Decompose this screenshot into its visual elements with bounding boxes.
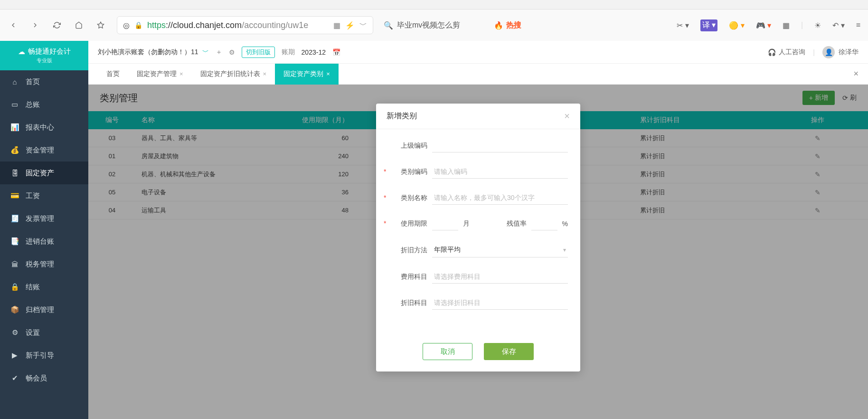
sidebar-item-label: 进销台账 xyxy=(26,237,54,246)
tab[interactable]: 固定资产管理× xyxy=(128,64,192,85)
sidebar-item-gear[interactable]: ⚙设置 xyxy=(0,321,88,344)
inout-icon: 📑 xyxy=(10,237,19,246)
close-icon[interactable]: × xyxy=(263,70,267,77)
vip-icon: ✔ xyxy=(10,374,19,382)
sidebar-item-label: 工资 xyxy=(26,191,40,200)
app-logo[interactable]: ☁ 畅捷通好会计 专业版 xyxy=(0,41,88,70)
period-unit: 月 xyxy=(463,219,470,228)
salary-icon: 💳 xyxy=(10,191,19,200)
reload-icon[interactable] xyxy=(51,19,63,31)
forward-icon[interactable] xyxy=(29,19,41,31)
sidebar-item-label: 畅会员 xyxy=(26,374,47,383)
qr-icon[interactable]: ▦ xyxy=(333,21,340,30)
gear-icon: ⚙ xyxy=(10,328,19,337)
sidebar-item-home[interactable]: ⌂首页 xyxy=(0,70,88,93)
sidebar-item-label: 税务管理 xyxy=(26,260,54,269)
apps-icon[interactable]: ▦ xyxy=(783,21,790,30)
close-icon[interactable]: × xyxy=(179,70,183,77)
chevron-down-icon: ﹀ xyxy=(202,48,209,57)
chevron-down-icon[interactable]: ﹀ xyxy=(359,20,367,30)
tab[interactable]: 首页 xyxy=(98,64,128,85)
invoice-icon: 🧾 xyxy=(10,214,19,223)
sidebar-item-label: 总账 xyxy=(26,100,40,109)
scissors-icon[interactable]: ✂ ▾ xyxy=(677,21,689,30)
user-menu[interactable]: 👤 徐泽华 xyxy=(822,46,859,58)
sidebar-item-label: 资金管理 xyxy=(26,146,54,155)
code-input[interactable] xyxy=(432,165,568,179)
sidebar-item-invoice[interactable]: 🧾发票管理 xyxy=(0,207,88,230)
chevron-down-icon: ▾ xyxy=(563,247,566,253)
tax-icon: 🏛 xyxy=(10,260,19,268)
sidebar-item-label: 报表中心 xyxy=(26,123,54,132)
sidebar-item-salary[interactable]: 💳工资 xyxy=(0,184,88,207)
main-area: 刘小艳演示账套（勿删勿动！）11 ﹀ ＋ ⚙ 切到旧版 账期 2023-12 📅… xyxy=(88,41,868,419)
plus-icon[interactable]: ＋ xyxy=(216,48,222,57)
label-dep: 折旧科目 xyxy=(388,299,427,307)
sidebar-item-guide[interactable]: ▶新手引导 xyxy=(0,344,88,367)
sidebar-item-label: 归档管理 xyxy=(26,305,54,314)
rate-input[interactable] xyxy=(531,217,557,230)
sidebar-item-ledger[interactable]: ▭总账 xyxy=(0,93,88,116)
menu-icon[interactable]: ≡ xyxy=(856,21,860,29)
tab[interactable]: 固定资产折旧统计表× xyxy=(192,64,275,85)
coin-icon[interactable]: 🟡 ▾ xyxy=(729,21,744,30)
undo-icon[interactable]: ↶ ▾ xyxy=(832,21,844,30)
page-tabs: 首页固定资产管理×固定资产折旧统计表×固定资产类别× × xyxy=(88,64,868,85)
sidebar-item-chart[interactable]: 📊报表中心 xyxy=(0,116,88,139)
sidebar-item-inout[interactable]: 📑进销台账 xyxy=(0,230,88,253)
fire-icon: 🔥 xyxy=(494,21,503,30)
home-icon[interactable] xyxy=(73,19,85,31)
search-box[interactable]: 🔍 毕业mv视频怎么剪 xyxy=(384,20,479,30)
app-topbar: 刘小艳演示账套（勿删勿动！）11 ﹀ ＋ ⚙ 切到旧版 账期 2023-12 📅… xyxy=(88,41,868,64)
cloud-icon: ☁ xyxy=(18,48,25,56)
hot-search[interactable]: 🔥 热搜 xyxy=(489,18,526,33)
dep-account-input[interactable] xyxy=(432,296,568,310)
back-icon[interactable] xyxy=(8,19,19,31)
sidebar-item-label: 结账 xyxy=(26,283,40,292)
old-version-button[interactable]: 切到旧版 xyxy=(242,47,275,58)
calendar-icon[interactable]: 📅 xyxy=(332,48,340,56)
sidebar-item-asset[interactable]: 🗄固定资产 xyxy=(0,162,88,184)
game-icon[interactable]: 🎮 ▾ xyxy=(756,21,771,30)
close-all-icon[interactable]: × xyxy=(853,69,859,79)
browser-toolbar: ◎ 🔒 https://cloud.chanjet.com/accounting… xyxy=(0,10,868,41)
translate-icon[interactable]: 译 ▾ xyxy=(700,19,717,31)
sidebar-item-label: 发票管理 xyxy=(26,214,54,223)
parent-code-input[interactable] xyxy=(432,139,568,152)
chart-icon: 📊 xyxy=(10,123,19,132)
close-icon[interactable]: × xyxy=(326,70,330,77)
save-button[interactable]: 保存 xyxy=(484,343,534,360)
period-label: 账期 xyxy=(282,48,295,57)
account-selector[interactable]: 刘小艳演示账套（勿删勿动！）11 ﹀ xyxy=(98,48,209,57)
lock-icon: 🔒 xyxy=(134,21,142,29)
browser-tools: ✂ ▾ 译 ▾ 🟡 ▾ 🎮 ▾ ▦ | ☀ ↶ ▾ ≡ xyxy=(677,19,860,31)
label-cost: 费用科目 xyxy=(388,273,427,281)
add-category-modal: 新增类别 × 上级编码 类别编码 类别名称 xyxy=(376,104,580,371)
sidebar-item-label: 设置 xyxy=(26,328,40,337)
method-select[interactable]: 年限平均 ▾ xyxy=(432,243,568,257)
name-input[interactable] xyxy=(432,191,568,205)
sidebar-item-label: 首页 xyxy=(26,77,40,86)
cancel-button[interactable]: 取消 xyxy=(423,343,472,360)
star-icon[interactable] xyxy=(95,19,106,31)
period-input[interactable] xyxy=(432,217,458,230)
headset-icon: 🎧 xyxy=(768,48,776,56)
sidebar-item-fund[interactable]: 💰资金管理 xyxy=(0,139,88,162)
site-identity-icon: ◎ xyxy=(123,21,130,30)
support-link[interactable]: 🎧 人工咨询 xyxy=(768,48,805,57)
tab[interactable]: 固定资产类别× xyxy=(275,64,339,85)
label-rate: 残值率 xyxy=(507,219,527,228)
period-value[interactable]: 2023-12 xyxy=(302,48,326,56)
sidebar-item-tax[interactable]: 🏛税务管理 xyxy=(0,253,88,276)
url-text: https://cloud.chanjet.com/accounting/uw1… xyxy=(147,20,308,30)
gear-icon[interactable]: ⚙ xyxy=(229,48,235,56)
url-bar[interactable]: ◎ 🔒 https://cloud.chanjet.com/accounting… xyxy=(117,16,373,34)
cost-account-input[interactable] xyxy=(432,270,568,284)
sidebar-item-archive[interactable]: 📦归档管理 xyxy=(0,298,88,321)
close-icon[interactable]: × xyxy=(564,111,570,122)
sun-icon[interactable]: ☀ xyxy=(814,21,821,30)
bolt-icon[interactable]: ⚡ xyxy=(345,21,355,30)
sidebar-item-vip[interactable]: ✔畅会员 xyxy=(0,367,88,390)
sidebar-item-close[interactable]: 🔒结账 xyxy=(0,276,88,298)
label-method: 折旧方法 xyxy=(388,246,427,255)
